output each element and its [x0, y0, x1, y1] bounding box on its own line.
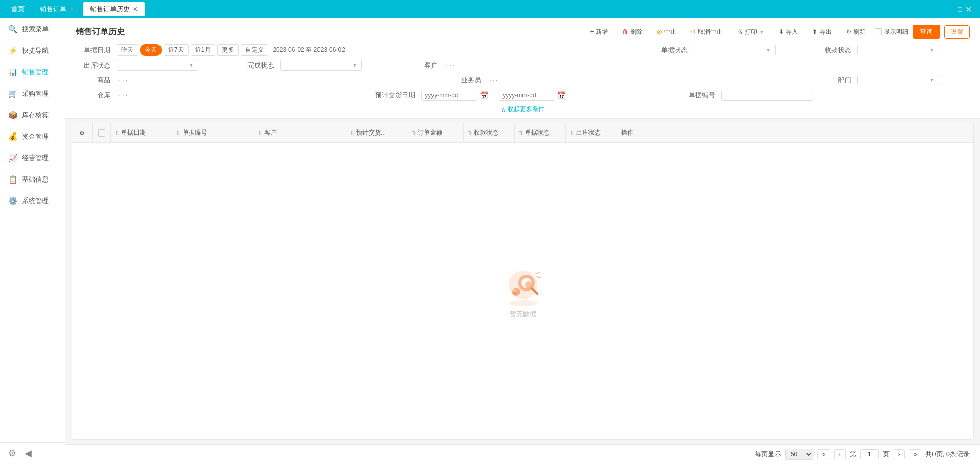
- export-button[interactable]: ⬆ 导出: [807, 26, 837, 38]
- customer-label: 客户: [403, 61, 444, 70]
- tab-close-history[interactable]: ✕: [133, 6, 138, 13]
- customer-picker[interactable]: ···: [444, 61, 458, 70]
- settings-button[interactable]: 设置: [944, 25, 970, 39]
- prev-page-btn[interactable]: ‹: [834, 449, 846, 459]
- date-more[interactable]: 更多: [217, 44, 239, 56]
- goods-picker[interactable]: ···: [117, 76, 130, 85]
- stop-button[interactable]: ⊘ 中止: [652, 26, 681, 38]
- last-page-btn[interactable]: »: [909, 449, 922, 459]
- cancel-stop-button[interactable]: ↺ 取消中止: [686, 26, 727, 38]
- th-out-status[interactable]: ⇅ 出库状态: [566, 123, 617, 142]
- svg-point-0: [509, 300, 537, 306]
- collapse-sidebar-icon[interactable]: ◀: [25, 448, 32, 459]
- order-num-control: [721, 90, 970, 101]
- pay-status-label: 收款状态: [816, 46, 857, 55]
- sidebar-item-finance[interactable]: 💰 资金管理: [0, 126, 65, 147]
- maximize-icon[interactable]: □: [958, 5, 962, 13]
- salesman-picker[interactable]: ···: [487, 76, 501, 85]
- settings-bottom-icon[interactable]: ⚙: [8, 448, 16, 459]
- date-label: 单据日期: [76, 46, 117, 55]
- salesman-control: ···: [487, 76, 807, 85]
- date-1month[interactable]: 近1月: [191, 44, 216, 56]
- page-input[interactable]: [860, 449, 879, 459]
- tab-home[interactable]: 首页: [4, 2, 32, 16]
- minimize-icon[interactable]: —: [948, 5, 955, 13]
- tab-close-sales-order[interactable]: ✕: [70, 6, 75, 13]
- query-button[interactable]: 查询: [913, 25, 940, 39]
- page-label-pre: 第: [850, 450, 856, 459]
- pay-status-chevron: ▼: [929, 47, 935, 53]
- sidebar-item-search[interactable]: 🔍 搜索菜单: [0, 18, 65, 40]
- date-yesterday[interactable]: 昨天: [117, 44, 138, 56]
- header-checkbox[interactable]: [98, 129, 105, 137]
- pay-status-select[interactable]: ▼: [857, 45, 939, 55]
- sort-icon-date: ⇅: [115, 130, 119, 136]
- table-wrapper: ⚙ ⇅ 单据日期 ⇅ 单据编号 ⇅ 客户 ⇅ 预计交货.: [72, 123, 974, 440]
- warehouse-control: ···: [117, 91, 365, 100]
- complete-status-select[interactable]: ▼: [280, 60, 362, 71]
- sidebar-item-purchase[interactable]: 🛒 采购管理: [0, 83, 65, 104]
- refresh-button[interactable]: ↻ 刷新: [841, 26, 871, 38]
- delivery-date-end[interactable]: [499, 90, 555, 101]
- window-controls: — □ ✕: [944, 5, 976, 14]
- th-order-status[interactable]: ⇅ 单据状态: [515, 123, 566, 142]
- dept-select[interactable]: ▼: [857, 75, 939, 85]
- warehouse-picker[interactable]: ···: [117, 91, 130, 100]
- dept-chevron: ▼: [929, 77, 935, 83]
- sidebar-item-inventory[interactable]: 📦 库存核算: [0, 104, 65, 126]
- out-status-select[interactable]: ▼: [117, 60, 198, 71]
- th-delivery[interactable]: ⇅ 预计交货...: [346, 123, 407, 142]
- th-num[interactable]: ⇅ 单据编号: [172, 123, 254, 142]
- sort-icon-order: ⇅: [519, 130, 523, 136]
- filter-row-3: 商品 ··· 业务员 ··· 部门 ▼: [76, 75, 970, 85]
- order-status-select[interactable]: ▼: [694, 45, 776, 55]
- collapse-up-icon: ∧: [501, 106, 506, 113]
- first-page-btn[interactable]: «: [817, 449, 830, 459]
- order-num-input[interactable]: [721, 90, 813, 101]
- page-header: 销售订单历史 + 新增 🗑 删除 ⊘ 中止 ↺ 取消中止: [65, 18, 980, 119]
- goods-label: 商品: [76, 76, 117, 85]
- delivery-date-start[interactable]: [421, 90, 477, 101]
- sidebar-item-quick-nav[interactable]: ⚡ 快捷导航: [0, 40, 65, 61]
- calendar-icon-start: 📅: [480, 91, 488, 99]
- sidebar-item-operation[interactable]: 📈 经营管理: [0, 147, 65, 169]
- order-status-control: ▼: [694, 45, 806, 55]
- order-status-chevron: ▼: [766, 47, 771, 53]
- show-detail-checkbox[interactable]: 显示明细: [875, 28, 908, 36]
- import-button[interactable]: ⬇ 导入: [773, 26, 803, 38]
- th-settings[interactable]: ⚙: [72, 123, 93, 142]
- th-check[interactable]: [93, 123, 111, 142]
- tab-sales-order[interactable]: 销售订单 ✕: [33, 2, 82, 16]
- tab-sales-order-history[interactable]: 销售订单历史 ✕: [83, 2, 145, 16]
- empty-state: 暂无数据: [500, 263, 546, 319]
- new-button[interactable]: + 新增: [585, 26, 613, 38]
- page-size-select[interactable]: 50 10 20 100: [785, 449, 813, 460]
- sort-icon-customer: ⇅: [258, 130, 262, 136]
- th-date[interactable]: ⇅ 单据日期: [111, 123, 172, 142]
- inventory-icon: 📦: [8, 111, 18, 120]
- collapse-bar[interactable]: ∧ 收起更多条件: [76, 105, 970, 114]
- sidebar-item-basic[interactable]: 📋 基础信息: [0, 169, 65, 190]
- sort-icon-out: ⇅: [570, 130, 574, 136]
- complete-status-chevron: ▼: [352, 62, 357, 68]
- sidebar-item-system[interactable]: ⚙️ 系统管理: [0, 190, 65, 212]
- sort-icon-pay: ⇅: [468, 130, 472, 136]
- th-pay[interactable]: ⇅ 收款状态: [464, 123, 515, 142]
- show-detail-check[interactable]: [875, 28, 882, 35]
- th-amount[interactable]: ⇅ 订单金额: [407, 123, 464, 142]
- th-customer[interactable]: ⇅ 客户: [254, 123, 346, 142]
- complete-status-control: ▼: [280, 60, 393, 71]
- sidebar-item-sales[interactable]: 📊 销售管理: [0, 61, 65, 83]
- top-tabbar: 首页 销售订单 ✕ 销售订单历史 ✕ — □ ✕: [0, 0, 980, 18]
- delete-button[interactable]: 🗑 删除: [617, 26, 648, 38]
- filter-row-4: 仓库 ··· 预计交货日期 📅 — 📅 单据编号: [76, 90, 970, 101]
- print-button[interactable]: 🖨 打印 ▼: [732, 26, 769, 38]
- date-today[interactable]: 今天: [140, 44, 162, 56]
- date-custom[interactable]: 自定义: [241, 44, 268, 56]
- page-title: 销售订单历史: [76, 27, 125, 37]
- next-page-btn[interactable]: ›: [894, 449, 905, 459]
- date-7days[interactable]: 近7天: [164, 44, 189, 56]
- pay-status-control: ▼: [857, 45, 970, 55]
- date-separator: —: [490, 92, 497, 99]
- close-icon[interactable]: ✕: [965, 5, 972, 14]
